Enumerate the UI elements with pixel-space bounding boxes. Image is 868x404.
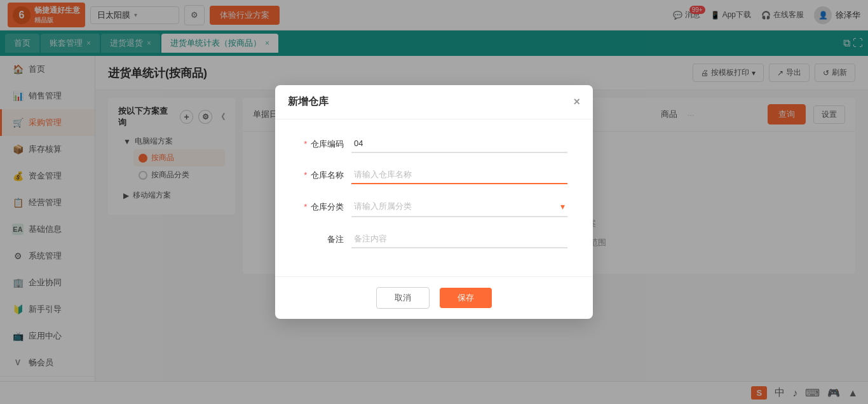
category-select[interactable]: 请输入所属分类 ▾	[351, 197, 567, 217]
code-required-mark: *	[304, 139, 307, 149]
dialog-header: 新增仓库 ×	[275, 85, 593, 119]
category-required-mark: *	[304, 202, 307, 212]
form-row-name: * 仓库名称	[301, 166, 567, 184]
cancel-button[interactable]: 取消	[376, 287, 430, 309]
category-label: * 仓库分类	[301, 201, 351, 213]
name-label: * 仓库名称	[301, 170, 351, 181]
code-input[interactable]	[351, 135, 567, 153]
dialog-body: * 仓库编码 * 仓库名称 * 仓库分类 请输入所属	[275, 119, 593, 276]
form-row-code: * 仓库编码	[301, 135, 567, 153]
notes-label: 备注	[301, 234, 351, 245]
dialog-title: 新增仓库	[288, 95, 329, 109]
notes-input[interactable]	[351, 230, 567, 248]
code-label: * 仓库编码	[301, 138, 351, 150]
form-row-notes: 备注	[301, 230, 567, 248]
form-row-category: * 仓库分类 请输入所属分类 ▾	[301, 197, 567, 217]
save-button[interactable]: 保存	[440, 288, 492, 308]
dialog-new-warehouse: 新增仓库 × * 仓库编码 * 仓库名称	[275, 85, 593, 319]
name-required-mark: *	[304, 170, 307, 180]
category-arrow-icon: ▾	[560, 201, 565, 212]
name-input[interactable]	[351, 166, 567, 184]
modal-overlay[interactable]: 新增仓库 × * 仓库编码 * 仓库名称	[0, 0, 868, 404]
dialog-close-icon[interactable]: ×	[573, 95, 580, 109]
category-placeholder: 请输入所属分类	[354, 201, 412, 212]
dialog-footer: 取消 保存	[275, 276, 593, 319]
